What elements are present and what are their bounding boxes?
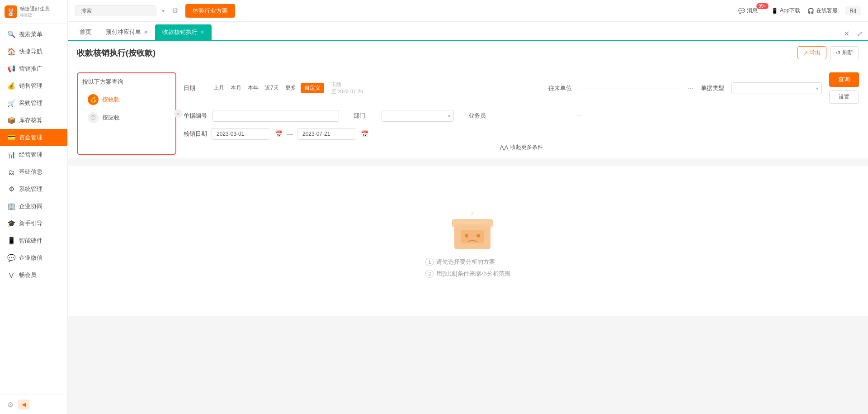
app-download-button[interactable]: 📱 App下载 <box>771 7 800 14</box>
filter-row-2: 单据编号 部门 ▾ 业务员 ··· <box>184 110 859 122</box>
topbar-search-input[interactable] <box>75 5 156 16</box>
tab-home[interactable]: 首页 <box>72 24 99 40</box>
tab-prepay[interactable]: 预付冲应付单 ✕ <box>99 24 155 40</box>
department-label: 部门 <box>354 112 376 120</box>
filter-section: 按以下方案查询 💰 按收款 ⏱ 按应收 » 日期 <box>68 65 868 158</box>
department-field: ▾ <box>382 110 454 122</box>
salesperson-dots[interactable]: ··· <box>576 112 582 120</box>
query-button[interactable]: 查询 <box>829 72 859 87</box>
date-last-month-btn[interactable]: 上月 <box>212 83 226 93</box>
sidebar-item-finance[interactable]: 💳 资金管理 <box>0 129 67 146</box>
tab-receipt-verify[interactable]: 收款核销执行 ✕ <box>155 24 212 40</box>
sidebar-label-operation: 经营管理 <box>19 151 42 159</box>
sidebar-label-finance: 资金管理 <box>19 133 42 142</box>
message-button[interactable]: 💬 消息 99+ <box>738 7 764 14</box>
tab-receipt-close-icon[interactable]: ✕ <box>200 29 204 35</box>
verify-date-separator: — <box>287 131 293 138</box>
message-icon: 💬 <box>738 8 745 14</box>
collapse-up-icon: ⋀⋀ <box>500 144 509 151</box>
filter-sidebar-collapse-icon[interactable]: » <box>174 109 183 118</box>
verify-date-start-calendar-icon[interactable]: 📅 <box>275 130 283 138</box>
sidebar: 🐰 畅捷通好生意 标准版 🔍 搜索菜单 🏠 快捷导航 📢 营销推广 💰 销售管理… <box>0 0 68 414</box>
vip-nav-icon: V <box>7 271 15 279</box>
sidebar-item-purchase[interactable]: 🛒 采购管理 <box>0 95 67 112</box>
department-select[interactable] <box>382 110 454 122</box>
verify-date-start-input[interactable] <box>212 128 270 140</box>
guide-nav-icon: 🎓 <box>7 219 15 228</box>
sidebar-item-enterprise[interactable]: 🏢 企业协同 <box>0 198 67 215</box>
tab-close-all-button[interactable]: ✕ <box>842 28 851 40</box>
sales-nav-icon: 💰 <box>7 82 15 90</box>
salesperson-label: 业务员 <box>468 112 491 120</box>
tab-prepay-close-icon[interactable]: ✕ <box>144 29 148 35</box>
filter-actions: 查询 设置 <box>829 72 859 104</box>
user-menu[interactable]: Rit <box>845 6 861 15</box>
tab-home-label: 首页 <box>80 28 91 36</box>
date-this-year-btn[interactable]: 本年 <box>246 83 260 93</box>
verify-date-end-calendar-icon[interactable]: 📅 <box>361 130 368 138</box>
empty-hint-2: 2 用[过滤]条件来缩小分析范围 <box>425 268 510 280</box>
settings-button[interactable]: 设置 <box>829 90 859 104</box>
date-custom-btn[interactable]: 自定义 <box>301 83 324 93</box>
filter-form: 日期 上月 本月 本年 近7天 更多 自定义 不限 至 2023-07-26 <box>184 72 859 155</box>
topbar-dropdown-icon[interactable]: ▾ <box>162 8 165 14</box>
sidebar-item-guide[interactable]: 🎓 新手引导 <box>0 215 67 232</box>
sidebar-bottom: ⚙ ◀ <box>0 395 67 414</box>
doc-type-select[interactable] <box>731 82 822 94</box>
message-badge: 99+ <box>756 3 769 9</box>
sidebar-item-quick-nav[interactable]: 🏠 快捷导航 <box>0 43 67 60</box>
service-button[interactable]: 🎧 在线客服 <box>807 7 838 14</box>
solution-button[interactable]: 体验行业方案 <box>185 4 235 18</box>
tab-expand-button[interactable]: ⤢ <box>855 28 864 40</box>
filter-sidebar: 按以下方案查询 💰 按收款 ⏱ 按应收 » <box>77 72 176 155</box>
sidebar-item-system[interactable]: ⚙ 系统管理 <box>0 181 67 198</box>
doc-number-label: 单据编号 <box>184 112 207 120</box>
settings-bottom-icon[interactable]: ⚙ <box>7 400 14 409</box>
empty-illustration: ? <box>445 202 491 247</box>
collapse-more-button[interactable]: ⋀⋀ 收起更多条件 <box>500 143 543 151</box>
doc-number-input[interactable] <box>212 110 339 122</box>
filter-row-1: 日期 上月 本月 本年 近7天 更多 自定义 不限 至 2023-07-26 <box>184 72 859 104</box>
purchase-nav-icon: 🛒 <box>7 99 15 107</box>
counterpart-dots[interactable]: ··· <box>688 84 693 92</box>
export-button[interactable]: ↗ 导出 <box>797 46 826 59</box>
filter-option-by-receipt[interactable]: 💰 按收款 <box>82 90 171 109</box>
sidebar-collapse-button[interactable]: ◀ <box>18 400 29 409</box>
sidebar-item-search[interactable]: 🔍 搜索菜单 <box>0 26 67 43</box>
doc-type-label: 单据类型 <box>701 84 724 92</box>
marketing-nav-icon: 📢 <box>7 65 15 73</box>
topbar-gear-icon[interactable]: ⚙ <box>172 6 178 15</box>
by-receivable-icon: ⏱ <box>88 112 99 123</box>
topbar-right: 💬 消息 99+ 📱 App下载 🎧 在线客服 Rit <box>738 6 861 15</box>
sidebar-item-inventory[interactable]: 📦 库存核算 <box>0 112 67 129</box>
operation-nav-icon: 📊 <box>7 151 15 159</box>
hardware-nav-icon: 📱 <box>7 237 15 245</box>
export-icon: ↗ <box>803 50 808 56</box>
date-more-btn[interactable]: 更多 <box>283 83 298 93</box>
sidebar-item-sales[interactable]: 💰 销售管理 <box>0 77 67 95</box>
page-actions: ↗ 导出 ↺ 刷新 <box>797 46 859 59</box>
empty-svg-illustration: ? <box>445 202 500 252</box>
sidebar-item-hardware[interactable]: 📱 智能硬件 <box>0 232 67 249</box>
app-icon: 📱 <box>771 8 778 14</box>
sidebar-label-sales: 销售管理 <box>19 82 42 90</box>
tab-receipt-label: 收款核销执行 <box>162 28 198 36</box>
filter-option-by-receivable[interactable]: ⏱ 按应收 <box>82 109 171 127</box>
counterpart-doctype-section: 往来单位 ··· 单据类型 ▾ <box>548 72 859 104</box>
sidebar-item-wechat[interactable]: 💬 企业微信 <box>0 249 67 266</box>
date-last-7days-btn[interactable]: 近7天 <box>263 83 281 93</box>
sidebar-item-marketing[interactable]: 📢 营销推广 <box>0 60 67 77</box>
service-icon: 🎧 <box>807 8 814 14</box>
empty-hints: 1 请先选择要分析的方案 2 用[过滤]条件来缩小分析范围 <box>425 256 510 280</box>
page-title: 收款核销执行(按收款) <box>77 48 156 58</box>
hint-text-1: 请先选择要分析的方案 <box>436 256 495 268</box>
date-this-month-btn[interactable]: 本月 <box>229 83 243 93</box>
sidebar-item-operation[interactable]: 📊 经营管理 <box>0 146 67 163</box>
tabs-bar: 首页 预付冲应付单 ✕ 收款核销执行 ✕ ✕ ⤢ <box>68 22 868 41</box>
sidebar-item-basic-info[interactable]: 🗂 基础信息 <box>0 163 67 181</box>
verify-date-end-input[interactable] <box>297 128 356 140</box>
logo-icon: 🐰 <box>5 5 17 18</box>
refresh-button[interactable]: ↺ 刷新 <box>830 46 859 59</box>
sidebar-item-vip[interactable]: V 畅会员 <box>0 266 67 284</box>
verify-date-row: 核销日期 📅 — 📅 <box>184 128 859 140</box>
